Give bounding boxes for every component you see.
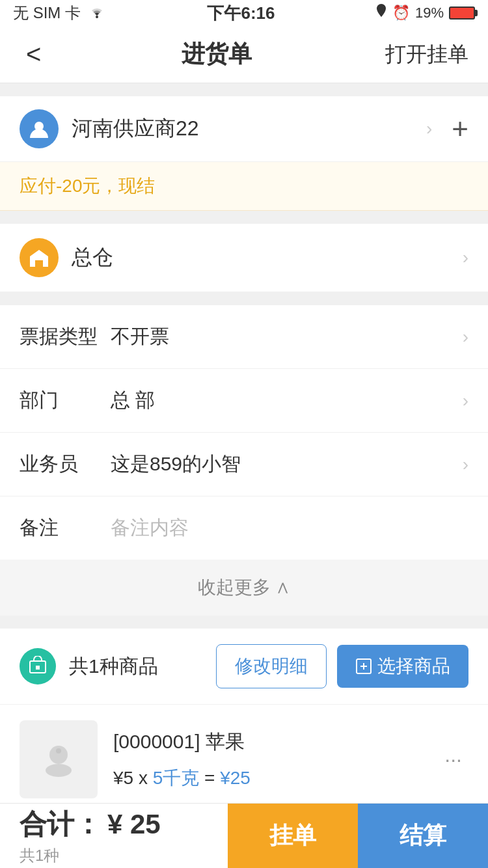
product-price: ¥5 x 5千克 = ¥25: [113, 766, 422, 791]
warehouse-name: 总仓: [72, 243, 463, 272]
remark-label: 备注: [20, 515, 111, 541]
remark-row[interactable]: 备注 备注内容: [0, 496, 488, 560]
supplier-section: 河南供应商22 › + 应付-20元，现结: [0, 96, 488, 211]
bottom-bar: 合计： ¥ 25 共1种 挂单 结算: [0, 803, 488, 868]
svg-rect-2: [35, 260, 43, 267]
warehouse-arrow-icon: ›: [463, 247, 468, 268]
dept-value: 总 部: [111, 387, 463, 414]
total-amount: 合计： ¥ 25: [20, 806, 208, 843]
svg-rect-4: [36, 666, 40, 670]
dept-row[interactable]: 部门 总 部 ›: [0, 368, 488, 432]
open-hang-button[interactable]: 打开挂单: [385, 40, 468, 69]
dept-arrow-icon: ›: [463, 390, 468, 411]
collapse-row[interactable]: 收起更多 ∧: [0, 560, 488, 616]
total-section: 合计： ¥ 25 共1种: [0, 806, 228, 866]
supplier-alert: 应付-20元，现结: [0, 162, 488, 211]
sales-row[interactable]: 业务员 这是859的小智 ›: [0, 432, 488, 496]
gap-3: [0, 292, 488, 305]
supplier-avatar: [20, 109, 59, 148]
remark-input[interactable]: 备注内容: [111, 515, 468, 541]
supplier-arrow-icon: ›: [426, 118, 432, 139]
gap-4: [0, 616, 488, 629]
status-right: ⏰ 19%: [375, 4, 475, 22]
svg-point-8: [56, 748, 61, 753]
hang-button[interactable]: 挂单: [228, 804, 358, 869]
invoice-row[interactable]: 票据类型 不开票 ›: [0, 305, 488, 368]
collapse-label: 收起更多 ∧: [198, 575, 291, 600]
select-product-label: 选择商品: [377, 654, 450, 679]
nav-bar: < 进货单 打开挂单: [0, 26, 488, 83]
price-separator: x: [139, 768, 153, 788]
product-name: [0000001] 苹果: [113, 729, 422, 755]
page-title: 进货单: [182, 38, 252, 70]
total-price: ¥25: [220, 768, 251, 788]
product-header: 共1种商品 修改明细 选择商品: [0, 629, 488, 704]
product-count-icon: [20, 648, 56, 685]
add-supplier-button[interactable]: +: [452, 115, 468, 143]
back-button[interactable]: <: [20, 33, 47, 75]
warehouse-section: 总仓 ›: [0, 224, 488, 292]
status-bar: 无 SIM 卡 下午6:16 ⏰ 19%: [0, 0, 488, 26]
product-more-button[interactable]: ···: [438, 741, 468, 778]
supplier-row[interactable]: 河南供应商22 › +: [0, 96, 488, 162]
sales-label: 业务员: [20, 451, 111, 478]
battery-icon: [449, 7, 475, 20]
form-section: 票据类型 不开票 › 部门 总 部 › 业务员 这是859的小智 › 备注 备注…: [0, 305, 488, 560]
invoice-value: 不开票: [111, 323, 463, 350]
warehouse-icon: [20, 238, 59, 277]
location-icon: [375, 4, 387, 22]
equals: =: [204, 768, 220, 788]
select-product-button[interactable]: 选择商品: [337, 645, 468, 688]
svg-point-0: [96, 16, 98, 18]
product-info: [0000001] 苹果 ¥5 x 5千克 = ¥25: [113, 729, 422, 791]
sales-arrow-icon: ›: [463, 454, 468, 475]
svg-point-7: [46, 764, 72, 777]
product-section: 共1种商品 修改明细 选择商品 [0000001] 苹果 ¥5 x: [0, 629, 488, 814]
gap-2: [0, 211, 488, 224]
settle-button[interactable]: 结算: [358, 804, 488, 869]
gap-1: [0, 83, 488, 96]
unit-price: ¥5: [113, 768, 133, 788]
invoice-arrow-icon: ›: [463, 327, 468, 347]
status-left: 无 SIM 卡: [13, 3, 107, 23]
invoice-label: 票据类型: [20, 323, 111, 350]
alarm-icon: ⏰: [392, 5, 410, 21]
product-item: [0000001] 苹果 ¥5 x 5千克 = ¥25 ···: [0, 704, 488, 814]
warehouse-row[interactable]: 总仓 ›: [0, 224, 488, 292]
total-count: 共1种: [20, 845, 208, 866]
total-value: ¥ 25: [107, 809, 161, 839]
status-time: 下午6:16: [207, 2, 275, 25]
product-thumbnail: [20, 720, 98, 798]
total-label: 合计：: [20, 809, 102, 839]
battery-percent: 19%: [415, 5, 444, 21]
dept-label: 部门: [20, 387, 111, 414]
sales-value: 这是859的小智: [111, 451, 463, 478]
edit-detail-button[interactable]: 修改明细: [216, 644, 327, 688]
supplier-name: 河南供应商22: [72, 115, 426, 143]
product-count-text: 共1种商品: [69, 653, 216, 680]
wifi-icon: [87, 4, 107, 22]
quantity: 5千克: [153, 768, 200, 788]
carrier-text: 无 SIM 卡: [13, 3, 81, 23]
